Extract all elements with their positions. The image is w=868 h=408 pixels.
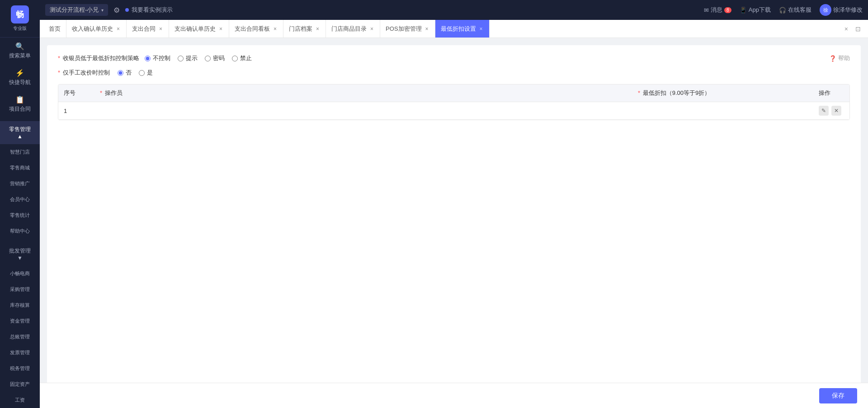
tab-pos-password[interactable]: POS加密管理 × <box>380 20 435 38</box>
sidebar-item-ecommerce-label: 小畅电商 <box>10 270 30 277</box>
messages-button[interactable]: ✉ 消息 8 <box>704 6 731 14</box>
manual-no-label: 否 <box>126 69 132 77</box>
sidebar-item-shortcut-label: 快捷导航 <box>9 79 31 86</box>
sidebar-item-finance[interactable]: 资金管理 <box>0 313 40 329</box>
user-menu-button[interactable]: 徐 徐泽华修改 <box>820 4 863 16</box>
option-no-control-label: 不控制 <box>153 54 170 62</box>
tab-min-discount-close[interactable]: × <box>479 26 484 32</box>
radio-remind[interactable] <box>178 56 184 61</box>
tab-payment-board-close[interactable]: × <box>273 26 278 32</box>
tab-min-discount[interactable]: 最低折扣设置 × <box>435 20 490 38</box>
save-button[interactable]: 保存 <box>819 388 857 403</box>
tab-payment-confirm-close[interactable]: × <box>218 26 223 32</box>
service-icon: 🎧 <box>779 7 786 14</box>
user-name-label: 徐泽华修改 <box>833 6 863 14</box>
radio-manual-yes[interactable] <box>139 70 145 76</box>
retail-arrow-icon: ▲ <box>17 133 23 140</box>
maximize-button[interactable]: ⊡ <box>854 23 863 34</box>
sidebar-item-member[interactable]: 会员中心 <box>0 192 40 207</box>
tab-payment-confirm-label: 支出确认单历史 <box>175 25 216 33</box>
sidebar-item-search[interactable]: 🔍 搜索菜单 <box>0 38 40 64</box>
sidebar: 畅 专业版 🔍 搜索菜单 ⚡ 快捷导航 📋 项目合同 零售管理 ▲ 智慧门店 零… <box>0 0 40 408</box>
sidebar-item-accounting[interactable]: 总账管理 <box>0 329 40 345</box>
tab-home[interactable]: 首页 <box>43 20 66 38</box>
sidebar-item-retail-mall[interactable]: 零售商城 <box>0 160 40 176</box>
sidebar-item-marketing[interactable]: 营销推广 <box>0 176 40 192</box>
sidebar-item-inventory-label: 库存核算 <box>10 302 30 309</box>
project-selector[interactable]: 测试分开流程-小兄 ▾ <box>45 4 108 16</box>
manual-price-label: * 仅手工改价时控制 <box>58 69 112 77</box>
radio-forbid[interactable] <box>232 56 238 61</box>
sidebar-item-fixed-assets[interactable]: 固定资产 <box>0 376 40 392</box>
manual-no[interactable]: 否 <box>118 69 132 77</box>
tab-income-confirm-close[interactable]: × <box>116 26 121 32</box>
sidebar-item-help[interactable]: 帮助中心 <box>0 223 40 239</box>
help-button[interactable]: ❓ 帮助 <box>829 54 850 62</box>
required-star-2: * <box>58 69 60 76</box>
option-password[interactable]: 密码 <box>205 54 225 62</box>
sidebar-item-purchase[interactable]: 采购管理 <box>0 281 40 297</box>
required-star-1: * <box>58 55 60 61</box>
sidebar-item-ecommerce[interactable]: 小畅电商 <box>0 266 40 281</box>
sidebar-item-retail-stat[interactable]: 零售统计 <box>0 207 40 223</box>
tab-income-confirm-label: 收入确认单历史 <box>72 25 113 33</box>
delete-row-button[interactable]: ✕ <box>831 106 841 116</box>
sidebar-item-retail[interactable]: 零售管理 ▲ <box>0 121 40 144</box>
option-remind[interactable]: 提示 <box>178 54 198 62</box>
sidebar-item-purchase-label: 采购管理 <box>10 286 30 293</box>
sidebar-item-tax[interactable]: 税务管理 <box>0 361 40 376</box>
tab-store-products-close[interactable]: × <box>369 26 374 32</box>
tab-payment-contract[interactable]: 支出合同 × <box>127 20 169 38</box>
sidebar-item-fixed-assets-label: 固定资产 <box>10 381 30 388</box>
sidebar-item-salary[interactable]: 工资 <box>0 392 40 408</box>
discount-strategy-row: * 收银员低于最低折扣控制策略 不控制 提示 密码 <box>58 54 850 62</box>
demo-label: 我要看实例演示 <box>132 6 173 14</box>
sidebar-item-wholesale[interactable]: 批发管理 ▼ <box>0 243 40 266</box>
sidebar-item-inventory[interactable]: 库存核算 <box>0 297 40 313</box>
project-arrow-icon: ▾ <box>101 8 104 13</box>
tab-store-products[interactable]: 门店商品目录 × <box>326 20 380 38</box>
option-forbid[interactable]: 禁止 <box>232 54 252 62</box>
tab-store-files-label: 门店档案 <box>289 25 312 33</box>
radio-password[interactable] <box>205 56 211 61</box>
sidebar-item-shortcut[interactable]: ⚡ 快捷导航 <box>0 64 40 91</box>
sidebar-item-smart-store[interactable]: 智慧门店 <box>0 144 40 160</box>
td-seq: 1 <box>58 102 94 119</box>
th-operator-required: * <box>100 89 102 96</box>
tab-pos-password-close[interactable]: × <box>425 26 429 32</box>
demo-button[interactable]: 我要看实例演示 <box>125 6 173 14</box>
option-no-control[interactable]: 不控制 <box>145 54 170 62</box>
sidebar-item-invoice[interactable]: 发票管理 <box>0 345 40 361</box>
tab-payment-board[interactable]: 支出合同看板 × <box>229 20 283 38</box>
tab-payment-confirm[interactable]: 支出确认单历史 × <box>169 20 229 38</box>
close-all-tabs-button[interactable]: × <box>843 23 850 34</box>
app-download-button[interactable]: 📱 App下载 <box>740 6 771 14</box>
download-icon: 📱 <box>740 7 747 14</box>
sidebar-item-contract[interactable]: 📋 项目合同 <box>0 91 40 117</box>
tab-payment-contract-label: 支出合同 <box>132 25 156 33</box>
shortcut-icon: ⚡ <box>15 69 24 77</box>
settings-icon[interactable]: ⚙ <box>113 6 120 14</box>
radio-no-control[interactable] <box>145 56 151 61</box>
option-forbid-label: 禁止 <box>240 54 252 62</box>
th-operator: * 操作员 <box>94 84 632 102</box>
wholesale-arrow-icon: ▼ <box>17 255 23 261</box>
customer-service-label: 在线客服 <box>788 6 811 14</box>
question-icon: ❓ <box>829 55 836 62</box>
sidebar-item-smart-store-label: 智慧门店 <box>10 149 30 155</box>
customer-service-button[interactable]: 🎧 在线客服 <box>779 6 811 14</box>
tab-store-files[interactable]: 门店档案 × <box>283 20 326 38</box>
tab-payment-contract-close[interactable]: × <box>158 26 163 32</box>
radio-manual-no[interactable] <box>118 70 123 76</box>
sidebar-item-marketing-label: 营销推广 <box>10 180 30 187</box>
td-operator <box>94 102 632 119</box>
tab-store-products-label: 门店商品目录 <box>331 25 367 33</box>
tab-store-files-close[interactable]: × <box>315 26 320 32</box>
tab-income-confirm[interactable]: 收入确认单历史 × <box>66 20 127 38</box>
messages-badge: 8 <box>724 7 731 13</box>
edit-row-button[interactable]: ✎ <box>819 106 829 116</box>
topbar: 测试分开流程-小兄 ▾ ⚙ 我要看实例演示 ✉ 消息 8 📱 App下载 🎧 在… <box>40 0 868 20</box>
manual-yes[interactable]: 是 <box>139 69 153 77</box>
manual-price-row: * 仅手工改价时控制 否 是 <box>58 69 850 77</box>
sidebar-item-search-label: 搜索菜单 <box>9 52 31 60</box>
